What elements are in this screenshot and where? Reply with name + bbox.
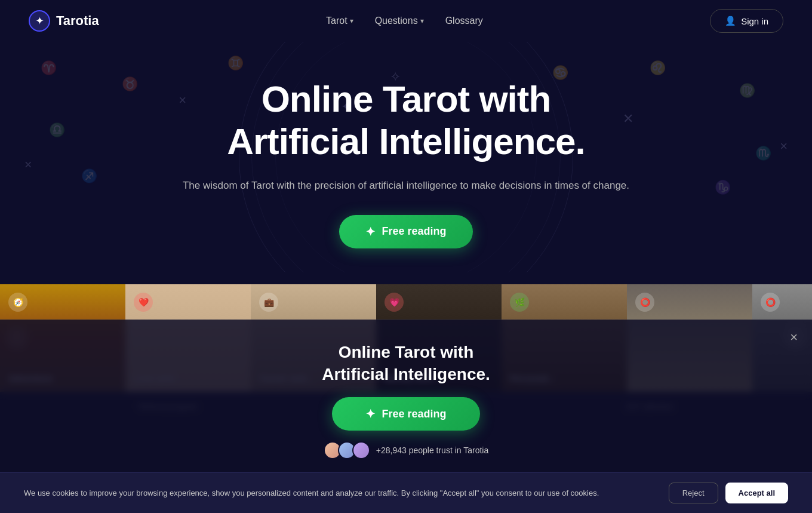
- nav-questions-label: Questions: [375, 16, 418, 26]
- logo-icon: ✦: [29, 10, 50, 32]
- card-category-icon: 🌿: [510, 293, 529, 312]
- hero-cta-label: Free reading: [382, 225, 446, 238]
- hero-section: ♈ ♉ ♊ ♋ ♌ ♍ ♎ ♏ ♐ ♑ × ✕ × ✦ ✧ × Online T…: [0, 42, 812, 272]
- nav-glossary-label: Glossary: [445, 16, 483, 26]
- trust-row: +28,943 people trust in Tarotia: [324, 441, 489, 459]
- avatar: [352, 441, 370, 459]
- navbar: ✦ Tarotia Tarot ▾ Questions ▾ Glossary 👤…: [0, 0, 812, 42]
- nav-tarot-label: Tarot: [326, 16, 347, 26]
- popup-title-line2: Artificial Intelligence.: [322, 365, 490, 383]
- popup-cta-label: Free reading: [382, 408, 446, 420]
- popup-title: Online Tarot with Artificial Intelligenc…: [322, 342, 490, 385]
- chevron-down-icon: ▾: [420, 17, 424, 25]
- cookie-buttons: Reject Accept all: [669, 483, 788, 503]
- hero-free-reading-button[interactable]: ✦ Free reading: [339, 215, 472, 248]
- user-icon: 👤: [725, 16, 736, 26]
- popup-title-line1: Online Tarot with: [339, 343, 474, 361]
- card-category-icon: 💗: [385, 293, 404, 312]
- card-category-icon: ❤️: [134, 293, 153, 312]
- hero-subtitle: The wisdom of Tarot with the precision o…: [12, 177, 800, 193]
- card-category-icon: ⭕: [761, 293, 780, 312]
- sparkle-icon: ✦: [365, 407, 376, 421]
- hero-title-line2: Artificial Intelligence.: [227, 121, 585, 162]
- nav-center: Tarot ▾ Questions ▾ Glossary: [326, 16, 483, 26]
- cookie-banner: We use cookies to improve your browsing …: [0, 472, 812, 513]
- card-category-icon: 💼: [259, 293, 278, 312]
- cookie-accept-button[interactable]: Accept all: [725, 483, 788, 503]
- trust-text: +28,943 people trust in Tarotia: [376, 446, 489, 455]
- nav-item-tarot[interactable]: Tarot ▾: [326, 16, 353, 26]
- avatar-group: [324, 441, 370, 459]
- nav-item-questions[interactable]: Questions ▾: [375, 16, 424, 26]
- nav-item-glossary[interactable]: Glossary: [445, 16, 483, 26]
- sign-in-label: Sign in: [741, 16, 768, 26]
- card-category-icon: ⭕: [635, 293, 654, 312]
- popup-free-reading-button[interactable]: ✦ Free reading: [332, 397, 479, 431]
- sign-in-button[interactable]: 👤 Sign in: [710, 9, 783, 33]
- popup-close-button[interactable]: ×: [790, 330, 798, 345]
- chevron-down-icon: ▾: [350, 17, 353, 25]
- cookie-text: We use cookies to improve your browsing …: [24, 487, 654, 499]
- hero-title: Online Tarot with Artificial Intelligenc…: [12, 78, 800, 163]
- card-category-icon: 🧭: [8, 293, 27, 312]
- hero-content: Online Tarot with Artificial Intelligenc…: [12, 78, 800, 248]
- cookie-reject-button[interactable]: Reject: [669, 483, 718, 503]
- hero-title-line1: Online Tarot with: [262, 78, 551, 119]
- logo-star-icon: ✦: [35, 14, 44, 27]
- logo[interactable]: ✦ Tarotia: [29, 10, 99, 32]
- sparkle-icon: ✦: [365, 225, 376, 239]
- logo-text: Tarotia: [56, 13, 99, 29]
